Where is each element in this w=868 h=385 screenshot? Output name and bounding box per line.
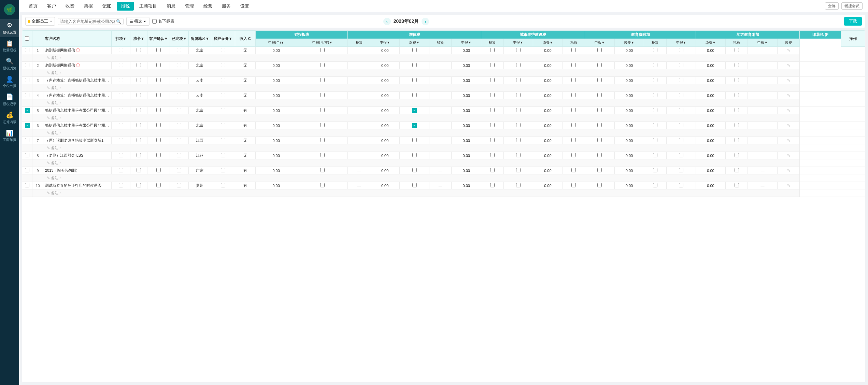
df-apply-cb[interactable] xyxy=(653,168,657,172)
declared-cb[interactable] xyxy=(177,138,181,142)
cs-fee-cb[interactable] xyxy=(516,48,521,52)
jy-fee-cb[interactable] xyxy=(597,138,602,142)
nav-guanli[interactable]: 管理 xyxy=(181,2,198,11)
caishui-year-cb[interactable] xyxy=(320,123,325,127)
device-cb[interactable] xyxy=(221,48,225,52)
row-checkbox[interactable] xyxy=(25,168,29,172)
jy-fee-cb[interactable] xyxy=(597,63,602,67)
jy-fee-cb[interactable] xyxy=(597,183,602,187)
declared-cb[interactable] xyxy=(177,63,181,67)
df-fee-cb[interactable] xyxy=(679,183,683,187)
named-select[interactable]: 名下标表 xyxy=(152,18,174,24)
qingka-cb[interactable] xyxy=(137,138,141,142)
caishui-year-cb[interactable] xyxy=(320,168,325,172)
filter-button[interactable]: ☰ 筛选 ▼ xyxy=(126,17,150,26)
jy-apply-cb[interactable] xyxy=(571,123,576,127)
sidebar-item-geshui[interactable]: 👤 个税申报 xyxy=(0,73,19,91)
jy-apply-cb[interactable] xyxy=(571,138,576,142)
cs-fee-cb[interactable] xyxy=(516,168,521,172)
nav-jizhang[interactable]: 记账 xyxy=(98,2,115,11)
cs-fee-cb[interactable] xyxy=(516,138,521,142)
edit-icon[interactable]: ✎ xyxy=(787,48,791,53)
qingka-cb[interactable] xyxy=(137,78,141,82)
caishui-year-cb[interactable] xyxy=(320,183,325,187)
df-apply-cb[interactable] xyxy=(653,153,657,157)
cs-apply-cb[interactable] xyxy=(490,48,495,52)
edit-icon[interactable]: ✎ xyxy=(787,63,791,68)
cs-apply-cb[interactable] xyxy=(490,153,495,157)
yh-apply-cb[interactable] xyxy=(735,63,739,67)
cs-apply-cb[interactable] xyxy=(490,168,495,172)
yh-apply-cb[interactable] xyxy=(735,108,739,112)
jy-apply-cb[interactable] xyxy=(571,168,576,172)
nav-jingying[interactable]: 经营 xyxy=(199,2,216,11)
confirm-cb[interactable] xyxy=(156,183,161,187)
qingka-cb[interactable] xyxy=(137,93,141,97)
chaoshui-cb[interactable] xyxy=(119,138,123,142)
nav-shoufei[interactable]: 收费 xyxy=(61,2,79,11)
caishui-year-cb[interactable] xyxy=(320,48,325,52)
sidebar-item-baoshuishezhi[interactable]: ⚙ 报税设置 xyxy=(0,19,19,37)
caishui-year-cb[interactable] xyxy=(320,108,325,112)
edit-icon[interactable]: ✎ xyxy=(787,183,791,188)
qingka-cb[interactable] xyxy=(137,108,141,112)
device-cb[interactable] xyxy=(221,108,225,112)
nav-gongshang[interactable]: 工商项目 xyxy=(135,2,161,11)
cs-fee-cb[interactable] xyxy=(516,93,521,97)
jy-apply-cb[interactable] xyxy=(571,78,576,82)
yh-apply-cb[interactable] xyxy=(735,78,739,82)
df-fee-cb[interactable] xyxy=(679,93,683,97)
chaoshui-cb[interactable] xyxy=(119,48,123,52)
yh-apply-cb[interactable] xyxy=(735,168,739,172)
confirm-cb[interactable] xyxy=(156,48,161,52)
jy-apply-cb[interactable] xyxy=(571,108,576,112)
confirm-cb[interactable] xyxy=(156,138,161,142)
confirm-cb[interactable] xyxy=(156,168,161,172)
row-checkbox[interactable] xyxy=(25,138,29,142)
confirm-cb[interactable] xyxy=(156,63,161,67)
df-fee-cb[interactable] xyxy=(679,63,683,67)
declared-cb[interactable] xyxy=(177,153,181,157)
edit-icon[interactable]: ✎ xyxy=(787,93,791,98)
nav-baoshui[interactable]: 报税 xyxy=(117,2,134,11)
jy-fee-cb[interactable] xyxy=(597,153,602,157)
df-fee-cb[interactable] xyxy=(679,48,683,52)
df-apply-cb[interactable] xyxy=(653,123,657,127)
df-apply-cb[interactable] xyxy=(653,78,657,82)
df-fee-cb[interactable] xyxy=(679,153,683,157)
declared-cb[interactable] xyxy=(177,168,181,172)
confirm-cb[interactable] xyxy=(156,108,161,112)
jy-apply-cb[interactable] xyxy=(571,153,576,157)
nav-piaoju[interactable]: 票据 xyxy=(80,2,97,11)
chaoshui-cb[interactable] xyxy=(119,168,123,172)
cs-fee-cb[interactable] xyxy=(516,63,521,67)
yh-apply-cb[interactable] xyxy=(735,123,739,127)
caishui-year-cb[interactable] xyxy=(320,153,325,157)
caishui-year-cb[interactable] xyxy=(320,93,325,97)
df-apply-cb[interactable] xyxy=(653,183,657,187)
df-fee-cb[interactable] xyxy=(679,168,683,172)
declared-cb[interactable] xyxy=(177,108,181,112)
df-apply-cb[interactable] xyxy=(653,108,657,112)
df-apply-cb[interactable] xyxy=(653,93,657,97)
prev-month-btn[interactable]: ‹ xyxy=(383,18,391,25)
sidebar-item-piliang[interactable]: 📋 批量报税 xyxy=(0,37,19,55)
qingka-cb[interactable] xyxy=(137,123,141,127)
row-checkbox[interactable] xyxy=(25,153,29,157)
df-apply-cb[interactable] xyxy=(653,63,657,67)
jy-apply-cb[interactable] xyxy=(571,93,576,97)
nav-home[interactable]: 首页 xyxy=(25,2,42,11)
confirm-cb[interactable] xyxy=(156,123,161,127)
jy-fee-cb[interactable] xyxy=(597,108,602,112)
qingka-cb[interactable] xyxy=(137,168,141,172)
edit-icon[interactable]: ✎ xyxy=(787,168,791,173)
chaoshui-cb[interactable] xyxy=(119,153,123,157)
cs-apply-cb[interactable] xyxy=(490,63,495,67)
edit-icon[interactable]: ✎ xyxy=(787,153,791,158)
qingka-cb[interactable] xyxy=(137,63,141,67)
df-fee-cb[interactable] xyxy=(679,108,683,112)
df-fee-cb[interactable] xyxy=(679,123,683,127)
nav-xiaoxi[interactable]: 消息 xyxy=(162,2,180,11)
cs-apply-cb[interactable] xyxy=(490,183,495,187)
row-checkbox[interactable] xyxy=(25,48,29,52)
